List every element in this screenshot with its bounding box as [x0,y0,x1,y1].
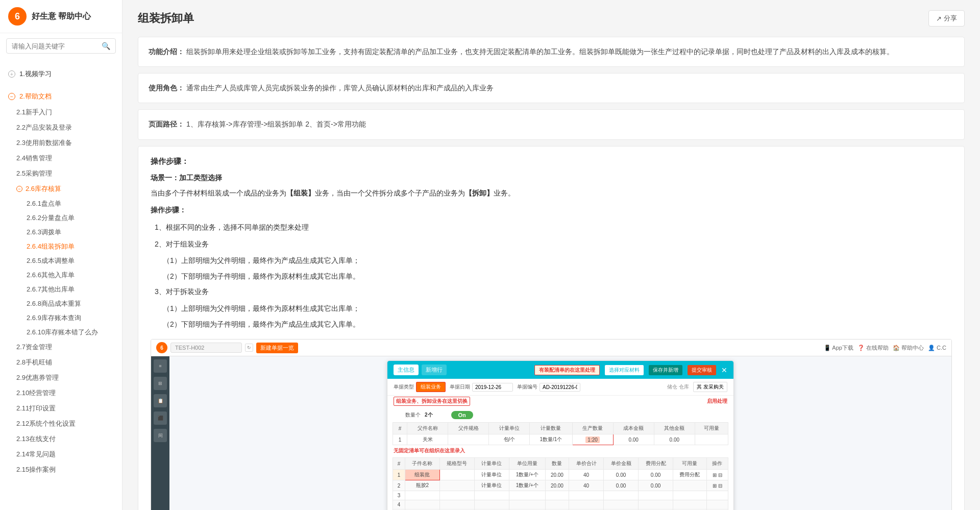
sidebar-item-purchase[interactable]: 2.5采购管理 [16,166,122,181]
role-label: 使用角色： [149,84,184,92]
doc-type-label: 单据类型 [394,383,414,391]
sidebar-item-other-in[interactable]: 2.6.6其他入库单 [27,268,122,282]
search-icon: 🔍 [102,42,110,50]
ops-section: 操作步骤： 场景一：加工类型选择 当由多个子件材料组装成一个成品的业务为【组装】… [138,146,965,510]
close-icon[interactable]: ✕ [721,366,727,374]
func-text: 组装拆卸单用来处理企业组装或拆卸等加工业务，支持有固定装配清单的产品加工业务，也… [186,47,894,56]
scenario1-desc: 当由多个子件材料组装成一个成品的业务为【组装】业务，当由一个父件拆分成多个子产品… [151,187,952,200]
dialog-tab-main[interactable]: 主信息 [394,365,419,375]
sidebar-sub-label: 2.5采购管理 [16,169,52,177]
save-new-btn[interactable]: 保存并新增 [649,365,682,375]
sidebar-item-data-prep[interactable]: 2.3使用前数据准备 [16,135,122,151]
mini-nav-icon-3: 📋 [154,394,167,407]
brand-name: 好生意 帮助中心 [32,11,91,22]
share-button[interactable]: ↗ 分享 [928,10,965,27]
num-label: 单据编号 [517,383,537,391]
step2: 2、对于组装业务 [151,237,952,251]
sidebar-item-newbie[interactable]: 2.1新手入门 [16,105,122,120]
cell-ops: ⊞ ⊟ [706,480,728,491]
cell-num: 1 [393,470,405,480]
sidebar-item-help-docs[interactable]: − 2.帮助文档 [0,88,122,105]
sidebar-item-cost-adjust[interactable]: 2.6.5成本调整单 [27,254,122,268]
sidebar-item-transfer[interactable]: 2.6.3调拨单 [27,225,122,239]
cell-unit2: 计量单位 [474,470,509,480]
sidebar-item-sales[interactable]: 2.4销售管理 [16,151,122,166]
sidebar-item-stocktake[interactable]: 2.6.1盘点单 [27,197,122,211]
step3: 3、对于拆装业务 [151,285,952,299]
status-badge: On [451,411,473,419]
col-meas-qty: 计量数量 [530,423,572,434]
cell-qty2: 20.00 [545,470,569,480]
search-input[interactable] [12,42,102,50]
submit-btn[interactable]: 提交审核 [688,365,716,375]
step3-sub2: （2）下部明细为子件明细，最终作为产成品生成其它入库单。 [151,318,952,331]
lower-table-annotation: 无固定清单可在组织在这里录入 [394,447,728,454]
col-ops: 操作 [706,458,728,470]
select-material-btn[interactable]: 选择对应材料 [605,365,644,375]
upper-table: # 父件名称 父件规格 计量单位 计量数量 生产数量 成本金额 [393,422,728,445]
form-row-main: 数量个 2个 On [393,411,728,419]
sidebar-item-assembly[interactable]: 2.6.4组装拆卸单 [27,239,122,254]
sidebar-item-stock-error[interactable]: 2.6.10库存账本错了么办 [27,325,122,339]
qty-form-value: 2个 [425,411,433,419]
annotation-row: 组装业务、拆卸业务在这里切换 启用处理 [387,396,733,408]
sidebar-item-other-out[interactable]: 2.6.7其他出库单 [27,282,122,297]
table-row: 4 [393,500,728,509]
cell-price-amt: 0.00 [604,470,639,480]
sidebar-item-cost-recalc[interactable]: 2.6.8商品成本重算 [27,297,122,311]
dialog-tab-new-row[interactable]: 新增行 [422,365,447,375]
sidebar-item-faq[interactable]: 2.14常见问题 [16,447,122,462]
dialog-toolbar: 单据类型 组装业务 单据日期 单据编号 [387,379,733,396]
extra-btn[interactable]: 其 发采购关 [693,382,727,392]
mini-nav-icon-5: 间 [154,429,167,442]
sidebar-item-finance[interactable]: 2.7资金管理 [16,339,122,355]
sidebar-item-payment[interactable]: 2.13在线支付 [16,431,122,447]
col-price-total: 单价合计 [569,458,604,470]
intro-path-card: 页面路径： 1、库存核算->库存管理->组装拆卸单 2、首页->常用功能 [138,109,965,139]
sidebar-item-operations[interactable]: 2.10经营管理 [16,385,122,401]
sidebar-sub-label: 2.2产品安装及登录 [16,124,72,131]
sidebar-item-mobile[interactable]: 2.8手机旺铺 [16,355,122,370]
sidebar-item-inventory[interactable]: − 2.6库存核算 [16,181,122,197]
sidebar-item-cases[interactable]: 2.15操作案例 [16,462,122,477]
cell-num: 1 [393,434,407,445]
num-input[interactable] [540,383,580,392]
path-text: 1、库存核算->库存管理->组装拆卸单 2、首页->常用功能 [186,120,366,128]
date-input[interactable] [472,383,513,392]
sidebar-item-video-learning[interactable]: + 1.视频学习 [0,66,122,82]
cell-avail2 [673,480,706,491]
new-order-btn[interactable]: 新建单据一览 [256,343,298,353]
cell-unit2: 计量单位 [474,480,509,491]
step3-sub1: （1）上部明细为父件明细，最终作为原材料生成其它出库单； [151,302,952,315]
sidebar-sub-label: 2.6库存核算 [26,184,61,193]
dialog-box: 主信息 新增行 有装配清单的在这里处理 选择对应材料 保存并新增 提交审核 ✕ [387,360,734,510]
cell-num: 2 [393,480,405,491]
sidebar-header: 6 好生意 帮助中心 [0,0,122,33]
doc-type-value[interactable]: 组装业务 [416,382,446,392]
refresh-icon: ↻ [245,344,253,352]
step1: 1、根据不同的业务，选择不同单据的类型来处理 [151,221,952,234]
sidebar-sub-label: 2.14常见问题 [16,450,56,458]
cell-unit-usage: 1数量/+个 [509,470,545,480]
sidebar-sub-label: 2.4销售管理 [16,154,52,162]
page-title: 组装拆卸单 [138,11,194,26]
sidebar-item-customize[interactable]: 2.12系统个性化设置 [16,416,122,431]
table-row: 2 瓶胶2 计量单位 1数量/+个 20.00 40 0.00 [393,480,728,491]
sidebar-item-install[interactable]: 2.2产品安装及登录 [16,120,122,135]
sidebar-item-stock-ledger[interactable]: 2.6.9库存账本查询 [27,311,122,325]
sidebar-sub-label: 2.11打印设置 [16,404,56,412]
sidebar-item-print[interactable]: 2.11打印设置 [16,401,122,416]
mini-nav-icon-2: ⊞ [154,377,167,390]
sidebar-item-partial-stocktake[interactable]: 2.6.2分量盘点单 [27,211,122,225]
cell-qty2: 20.00 [545,480,569,491]
search-box[interactable]: 🔍 [6,38,116,54]
sidebar-item-coupon[interactable]: 2.9优惠券管理 [16,370,122,385]
func-label: 功能介绍： [149,47,184,56]
sidebar-sub-label: 2.10经营管理 [16,389,56,397]
process-annotation: 启用处理 [707,398,727,405]
app-topbar-left: 6 TEST-H002 ↻ 新建单据一览 [156,342,820,353]
sidebar-sub-label: 2.3使用前数据准备 [16,139,72,147]
mini-nav-icon-4: ⬛ [154,411,167,425]
app-topbar: 6 TEST-H002 ↻ 新建单据一览 📱 App下载 ❓ 在线帮助 🏠 帮助… [151,339,951,356]
qty-form-label: 数量个 [393,411,421,419]
